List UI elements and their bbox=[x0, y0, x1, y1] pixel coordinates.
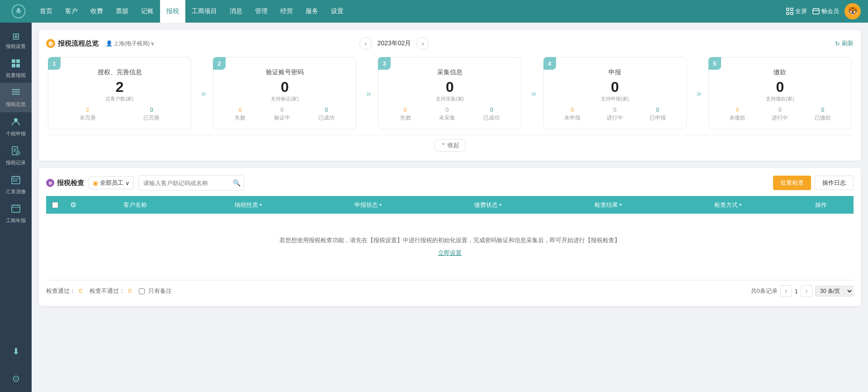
sidebar-label-annual-report: 工商年报 bbox=[6, 218, 26, 224]
collapse-bar: ⌃ 收起 bbox=[46, 135, 854, 153]
th-tax-nature: 纳税性质 ▾ bbox=[188, 196, 308, 214]
nav-home[interactable]: 首页 bbox=[33, 0, 59, 23]
step2-fail-val[interactable]: 0 bbox=[235, 107, 245, 113]
step-count-3: 0 bbox=[386, 78, 514, 96]
search-icon: 🔍 bbox=[233, 179, 241, 186]
step-title-2: 验证账号密码 bbox=[221, 68, 349, 76]
staff-dropdown[interactable]: ▣ 全部员工 ∨ bbox=[89, 177, 134, 189]
sidebar-item-annual-report[interactable]: 工商年报 bbox=[0, 199, 32, 228]
filter-icon-declare[interactable]: ▾ bbox=[379, 202, 382, 208]
step-title-3: 采集信息 bbox=[386, 68, 514, 76]
process-overview-card: ⊕ 报税流程总览 👤 上海(电子税局) ∨ ‹ 2023年02月 › ↻ 刷新 … bbox=[39, 30, 861, 161]
svg-rect-9 bbox=[16, 59, 20, 63]
filter-icon-pay[interactable]: ▾ bbox=[499, 202, 502, 208]
step-sub-5: 支持缴款(家) bbox=[716, 96, 844, 102]
step-stats-2: 0 失败 0 验证中 0 已成功 bbox=[221, 107, 349, 122]
step-2: 2 验证账号密码 0 支持验证(家) 0 失败 0 验证中 0 已成功 bbox=[213, 57, 356, 129]
nav-manage[interactable]: 管理 bbox=[249, 0, 274, 23]
double-arrow-icon: » bbox=[201, 88, 203, 99]
svg-point-1 bbox=[18, 8, 20, 10]
filter-icon-method[interactable]: ▾ bbox=[739, 202, 742, 208]
sidebar-label-tax-settings: 报税设置 bbox=[6, 43, 26, 49]
nav-invoice[interactable]: 票据 bbox=[109, 0, 135, 23]
arrow-1-2: » bbox=[193, 57, 211, 129]
sidebar-item-download[interactable]: ⬇ bbox=[10, 338, 22, 365]
svg-rect-13 bbox=[12, 91, 20, 92]
sidebar-item-batch-tax[interactable]: 批量报税 bbox=[0, 54, 32, 83]
next-month-btn[interactable]: › bbox=[416, 37, 429, 50]
month-nav: ‹ 2023年02月 › bbox=[359, 37, 429, 50]
total-records: 共0条记录 bbox=[751, 287, 778, 295]
refresh-btn[interactable]: ↻ 刷新 bbox=[835, 39, 854, 48]
step-count-4: 0 bbox=[551, 78, 679, 96]
step-stats-5: 0 未缴款 0 进行中 0 已缴款 bbox=[716, 107, 844, 122]
sidebar-item-settings2[interactable]: ⊙ bbox=[10, 365, 22, 392]
nav-service[interactable]: 服务 bbox=[299, 0, 325, 23]
batch-check-button[interactable]: 批量检查 bbox=[773, 176, 811, 190]
check-circle-icon: ⊚ bbox=[46, 179, 54, 187]
step-stats-4: 0 未申报 0 进行中 0 已申报 bbox=[551, 107, 679, 122]
step-stats-1: 2 未完善 0 已完善 bbox=[56, 107, 184, 122]
select-all-checkbox[interactable] bbox=[52, 202, 58, 208]
search-box: 🔍 bbox=[138, 175, 244, 191]
double-arrow-icon3: » bbox=[531, 88, 533, 99]
step1-ok-val[interactable]: 0 bbox=[143, 107, 160, 113]
sidebar-item-annual-tax[interactable]: 汇算清缴 bbox=[0, 170, 32, 199]
step1-fail-val[interactable]: 2 bbox=[80, 107, 96, 113]
pass-count[interactable]: 0 bbox=[79, 287, 82, 294]
action-buttons: 批量检查 操作日志 bbox=[773, 176, 854, 190]
filter-icon-result[interactable]: ▾ bbox=[619, 202, 622, 208]
location-icon: ⊙ bbox=[12, 373, 20, 384]
step-3: 3 采集信息 0 支持采集(家) 0 失败 0 未采集 0 已成功 bbox=[378, 57, 521, 129]
sidebar-label-personal-tax: 个税申报 bbox=[6, 131, 26, 137]
step-stats-3: 0 失败 0 未采集 0 已成功 bbox=[386, 107, 514, 122]
th-declare-status: 申报状态 ▾ bbox=[308, 196, 428, 214]
svg-rect-3 bbox=[791, 8, 793, 10]
user-avatar[interactable]: 🐯 bbox=[844, 3, 861, 19]
nav-operation[interactable]: 经营 bbox=[274, 0, 299, 23]
sidebar-item-tax-settings[interactable]: ⊞ 报税设置 bbox=[0, 26, 32, 54]
svg-rect-4 bbox=[787, 12, 789, 14]
nav-business[interactable]: 工商项目 bbox=[185, 0, 223, 23]
setup-link[interactable]: 立即设置 bbox=[438, 249, 462, 256]
per-page-select[interactable]: 30 条/页50 条/页100 条/页 bbox=[815, 286, 854, 296]
fullscreen-btn[interactable]: 全屏 bbox=[786, 7, 807, 15]
nav-fee[interactable]: 收费 bbox=[84, 0, 109, 23]
search-input[interactable] bbox=[139, 177, 229, 189]
double-arrow-icon4: » bbox=[696, 88, 698, 99]
annual-tax-icon bbox=[11, 175, 21, 187]
prev-page-btn[interactable]: ‹ bbox=[780, 285, 792, 297]
member-btn[interactable]: 畅会员 bbox=[812, 7, 839, 15]
column-settings-button[interactable]: ⚙ bbox=[70, 201, 76, 209]
note-checkbox[interactable] bbox=[139, 288, 145, 294]
nav-customer[interactable]: 客户 bbox=[59, 0, 84, 23]
fail-count[interactable]: 0 bbox=[128, 287, 131, 294]
nav-accounting[interactable]: 记账 bbox=[135, 0, 160, 23]
next-page-btn[interactable]: › bbox=[801, 285, 812, 297]
operation-log-button[interactable]: 操作日志 bbox=[815, 176, 854, 190]
process-title: ⊕ 报税流程总览 bbox=[46, 39, 99, 48]
step-title-1: 授权、完善信息 bbox=[56, 68, 184, 76]
pass-stat: 检查通过： 0 bbox=[46, 287, 82, 295]
nav-tax[interactable]: 报税 bbox=[160, 0, 185, 23]
nav-message[interactable]: 消息 bbox=[223, 0, 249, 23]
svg-rect-10 bbox=[12, 64, 15, 67]
step-5: 5 缴款 0 支持缴款(家) 0 未缴款 0 进行中 0 已缴款 bbox=[708, 57, 852, 129]
month-text: 2023年02月 bbox=[377, 39, 411, 48]
sidebar-item-tax-overview[interactable]: 报税总览 bbox=[0, 83, 32, 112]
collapse-btn[interactable]: ⌃ 收起 bbox=[434, 139, 466, 152]
check-table: ⚙ 客户名称 纳税性质 ▾ bbox=[46, 196, 854, 280]
sidebar: ⊞ 报税设置 批量报税 报税总览 bbox=[0, 23, 32, 392]
sidebar-item-tax-record[interactable]: 报税记录 bbox=[0, 141, 32, 170]
prev-month-btn[interactable]: ‹ bbox=[359, 37, 372, 50]
tax-settings-icon: ⊞ bbox=[12, 31, 20, 42]
th-check-result: 检查结果 ▾ bbox=[548, 196, 668, 214]
table-header-row: ⚙ 客户名称 纳税性质 ▾ bbox=[46, 196, 854, 214]
search-button[interactable]: 🔍 bbox=[229, 176, 244, 190]
sidebar-label-tax-record: 报税记录 bbox=[6, 160, 26, 166]
sidebar-item-personal-tax[interactable]: 个税申报 bbox=[0, 112, 32, 141]
location-tag[interactable]: 👤 上海(电子税局) ∨ bbox=[106, 40, 155, 48]
svg-rect-29 bbox=[12, 205, 20, 212]
nav-settings[interactable]: 设置 bbox=[325, 0, 350, 23]
filter-icon-tax-nature[interactable]: ▾ bbox=[259, 202, 262, 208]
